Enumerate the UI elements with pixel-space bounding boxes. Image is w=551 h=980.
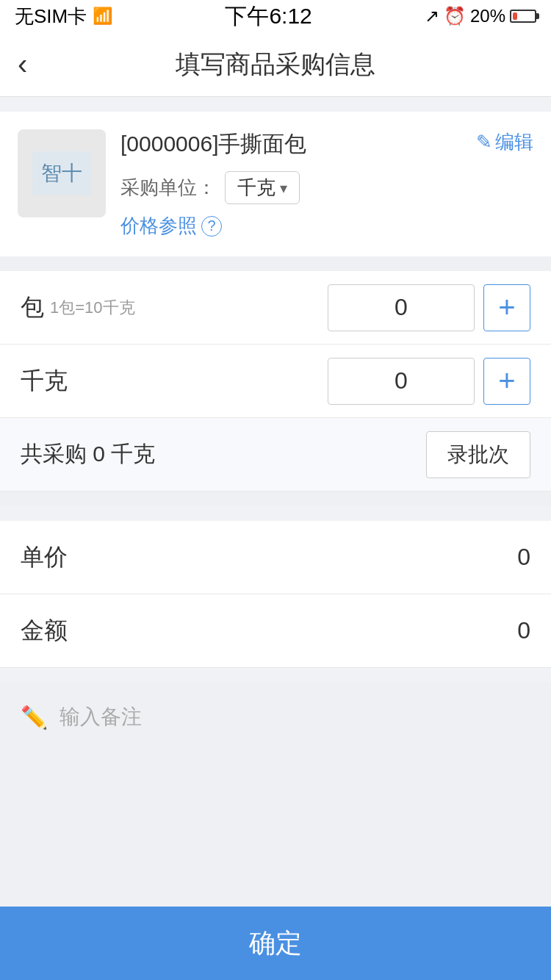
batch-button[interactable]: 录批次	[426, 431, 530, 478]
section-divider-1	[0, 256, 551, 271]
edit-icon: ✎	[476, 131, 492, 154]
edit-label: 编辑	[495, 129, 533, 155]
amount-value: 0	[517, 617, 530, 644]
amount-label: 金额	[21, 615, 517, 647]
price-section: 单价 0 金额 0	[0, 521, 551, 668]
status-right: ↗ ⏰ 20%	[425, 6, 536, 26]
bao-input[interactable]: 0	[328, 284, 475, 331]
bao-row: 包 1包=10千克 0 +	[0, 271, 551, 345]
unit-dropdown[interactable]: 千克 ▾	[225, 171, 300, 204]
status-bar: 无SIM卡 📶 下午6:12 ↗ ⏰ 20%	[0, 0, 551, 32]
edit-link[interactable]: ✎ 编辑	[476, 129, 533, 155]
page-title: 填写商品采购信息	[176, 48, 375, 82]
kg-label: 千克	[21, 365, 68, 397]
kg-input[interactable]	[328, 358, 475, 405]
amount-row: 金额 0	[0, 594, 551, 668]
chevron-down-icon: ▾	[280, 179, 287, 197]
unit-label: 采购单位：	[120, 175, 216, 201]
product-info: [0000006]手撕面包 采购单位： 千克 ▾ 价格参照 ?	[120, 129, 533, 239]
product-image: 智十	[18, 129, 106, 217]
nav-bar: ‹ 填写商品采购信息	[0, 32, 551, 97]
info-icon: ?	[201, 216, 222, 237]
bao-label: 包	[21, 292, 44, 324]
battery-fill	[513, 12, 517, 20]
product-unit-row: 采购单位： 千克 ▾	[120, 171, 533, 204]
alarm-icon: ⏰	[444, 6, 466, 26]
unit-price-label: 单价	[21, 541, 517, 574]
confirm-button[interactable]: 确定	[0, 907, 551, 980]
product-card: 智十 [0000006]手撕面包 采购单位： 千克 ▾ 价格参照 ? ✎ 编辑	[0, 112, 551, 256]
status-time: 下午6:12	[225, 1, 311, 32]
summary-row: 共采购 0 千克 录批次	[0, 418, 551, 491]
location-icon: ↗	[425, 6, 439, 26]
section-divider-2	[0, 491, 551, 506]
note-section[interactable]: ✏️ 输入备注	[0, 682, 551, 752]
carrier-text: 无SIM卡	[15, 4, 87, 29]
unit-value: 千克	[237, 175, 276, 201]
status-left: 无SIM卡 📶	[15, 4, 112, 29]
input-section: 包 1包=10千克 0 + 千克 +	[0, 271, 551, 418]
note-placeholder: 输入备注	[60, 703, 142, 731]
price-ref-text: 价格参照	[120, 213, 197, 239]
back-button[interactable]: ‹	[18, 48, 27, 81]
product-logo: 智十	[32, 151, 91, 195]
unit-price-value: 0	[517, 544, 530, 571]
bao-sub-label: 1包=10千克	[50, 297, 135, 319]
summary-text: 共采购 0 千克	[21, 439, 155, 469]
price-ref-link[interactable]: 价格参照 ?	[120, 213, 533, 239]
battery-percent: 20%	[470, 6, 505, 26]
wifi-icon: 📶	[93, 7, 112, 26]
product-name: [0000006]手撕面包	[120, 129, 533, 159]
kg-plus-button[interactable]: +	[483, 358, 530, 405]
bao-plus-button[interactable]: +	[483, 284, 530, 331]
kg-row: 千克 +	[0, 345, 551, 418]
logo-text: 智十	[41, 159, 82, 187]
battery-icon	[510, 10, 536, 23]
pencil-icon: ✏️	[21, 705, 48, 730]
unit-price-row: 单价 0	[0, 521, 551, 594]
